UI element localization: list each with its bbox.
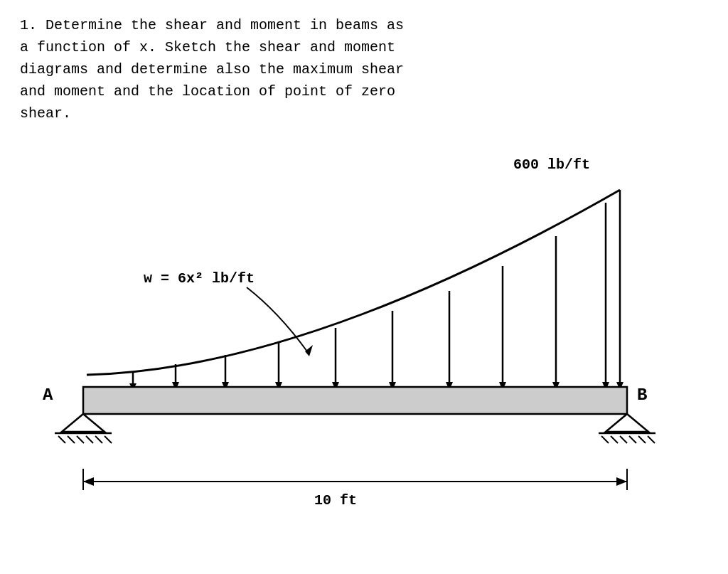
label-arrowhead bbox=[305, 345, 313, 356]
hatch-a1 bbox=[58, 436, 65, 443]
equation-label: w = 6x² lb/ft bbox=[144, 270, 255, 287]
hatch-a2 bbox=[68, 436, 75, 443]
support-a-triangle bbox=[62, 414, 105, 432]
hatch-a3 bbox=[77, 436, 84, 443]
hatch-a4 bbox=[86, 436, 93, 443]
text-line2: a function of x. Sketch the shear and mo… bbox=[20, 36, 708, 58]
diagram-svg: 600 lb/ft w = 6x² lb/ft bbox=[23, 142, 705, 519]
hatch-a5 bbox=[95, 436, 102, 443]
diagram: 600 lb/ft w = 6x² lb/ft bbox=[23, 142, 705, 519]
text-line3: diagrams and determine also the maximum … bbox=[20, 58, 708, 80]
support-b-triangle bbox=[606, 414, 648, 432]
text-line1: 1. Determine the shear and moment in bea… bbox=[20, 14, 708, 36]
hatch-b5 bbox=[638, 436, 646, 443]
hatch-b3 bbox=[620, 436, 627, 443]
hatch-b6 bbox=[648, 436, 655, 443]
dim-left-arrow bbox=[83, 477, 94, 486]
support-b-label: B bbox=[637, 386, 647, 405]
page: 1. Determine the shear and moment in bea… bbox=[0, 0, 728, 574]
hatch-b2 bbox=[611, 436, 618, 443]
beam-body bbox=[83, 387, 627, 414]
hatch-b1 bbox=[601, 436, 609, 443]
text-line4: and moment and the location of point of … bbox=[20, 80, 708, 102]
length-label: 10 ft bbox=[314, 492, 357, 509]
support-a-label: A bbox=[43, 386, 53, 405]
hatch-a6 bbox=[105, 436, 112, 443]
problem-text: 1. Determine the shear and moment in bea… bbox=[20, 14, 708, 124]
hatch-b4 bbox=[629, 436, 636, 443]
load-label: 600 lb/ft bbox=[513, 156, 590, 173]
dim-right-arrow bbox=[616, 477, 627, 486]
text-line5: shear. bbox=[20, 102, 708, 124]
